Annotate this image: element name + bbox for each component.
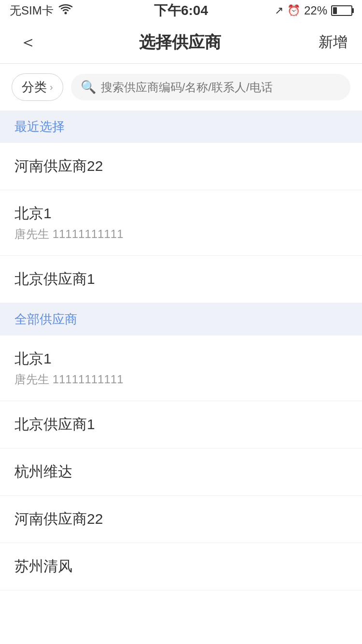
supplier-sub: 唐先生 11111111111 bbox=[14, 226, 348, 242]
supplier-name: 杭州维达 bbox=[14, 462, 348, 482]
battery-percent: 22% bbox=[304, 4, 327, 17]
list-item[interactable]: 河南供应商22 bbox=[0, 496, 362, 543]
status-right: ↗ ⏰ 22% bbox=[275, 4, 352, 17]
section-header-all: 全部供应商 bbox=[0, 303, 362, 336]
supplier-name: 苏州清风 bbox=[14, 557, 348, 576]
battery-icon bbox=[331, 5, 352, 16]
search-input[interactable] bbox=[101, 81, 341, 94]
back-button[interactable]: ＜ bbox=[14, 26, 42, 59]
list-item[interactable]: 北京1唐先生 11111111111 bbox=[0, 190, 362, 256]
supplier-name: 河南供应商22 bbox=[14, 509, 348, 529]
wifi-icon bbox=[58, 4, 73, 17]
page-title: 选择供应商 bbox=[139, 31, 221, 54]
list-item[interactable]: 北京供应商1 bbox=[0, 401, 362, 448]
carrier-label: 无SIM卡 bbox=[10, 3, 54, 18]
nav-bar: ＜ 选择供应商 新增 bbox=[0, 21, 362, 64]
status-time: 下午6:04 bbox=[154, 1, 208, 20]
supplier-name: 北京供应商1 bbox=[14, 415, 348, 434]
category-button[interactable]: 分类 › bbox=[12, 73, 63, 101]
category-label: 分类 bbox=[22, 79, 47, 96]
supplier-name: 北京1 bbox=[14, 204, 348, 224]
search-box[interactable]: 🔍 bbox=[71, 74, 350, 100]
search-icon: 🔍 bbox=[81, 80, 96, 95]
list-item[interactable]: 杭州维达 bbox=[0, 448, 362, 496]
location-icon: ↗ bbox=[275, 4, 283, 17]
list-item[interactable]: 苏州清风 bbox=[0, 543, 362, 590]
filter-bar: 分类 › 🔍 bbox=[0, 64, 362, 111]
supplier-list: 最近选择河南供应商22北京1唐先生 11111111111北京供应商1全部供应商… bbox=[0, 111, 362, 590]
supplier-sub: 唐先生 11111111111 bbox=[14, 372, 348, 387]
svg-point-0 bbox=[64, 12, 67, 14]
chevron-right-icon: › bbox=[50, 82, 53, 93]
supplier-name: 北京供应商1 bbox=[14, 269, 348, 289]
alarm-icon: ⏰ bbox=[287, 4, 300, 17]
supplier-name: 北京1 bbox=[14, 349, 348, 369]
section-header-recent: 最近选择 bbox=[0, 111, 362, 143]
status-left: 无SIM卡 bbox=[10, 3, 73, 18]
add-button[interactable]: 新增 bbox=[319, 32, 348, 52]
supplier-name: 河南供应商22 bbox=[14, 156, 348, 176]
list-item[interactable]: 北京供应商1 bbox=[0, 256, 362, 303]
list-item[interactable]: 河南供应商22 bbox=[0, 143, 362, 190]
list-item[interactable]: 北京1唐先生 11111111111 bbox=[0, 336, 362, 401]
status-bar: 无SIM卡 下午6:04 ↗ ⏰ 22% bbox=[0, 0, 362, 21]
